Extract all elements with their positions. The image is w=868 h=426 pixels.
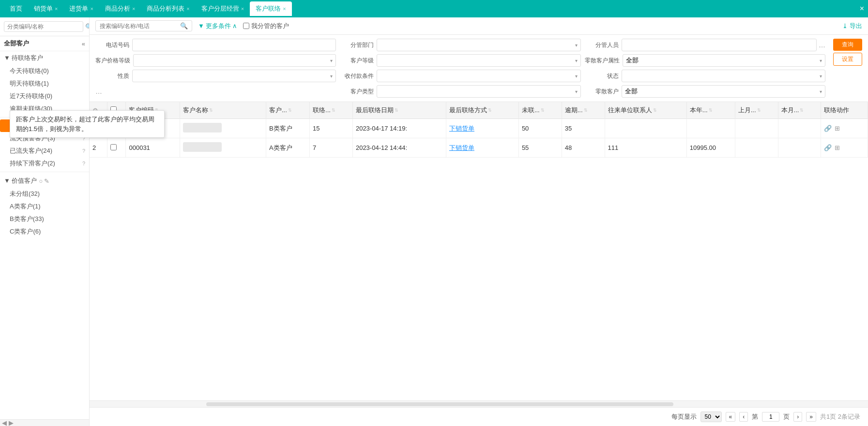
filter-bar: 🔍 ▼ 更多条件 ∧ 我分管的客户 ⤓ 导出 bbox=[90, 17, 868, 35]
sidebar-group-value-customers[interactable]: ▼ 价值客户 ○ ✎ bbox=[0, 174, 89, 188]
nav-customer-contact[interactable]: 客户联络 × bbox=[250, 1, 291, 16]
action-link-icon[interactable]: 🔗 bbox=[824, 125, 832, 132]
current-page-input[interactable] bbox=[762, 412, 779, 422]
nav-product-analysis[interactable]: 商品分析 × bbox=[99, 1, 141, 16]
filter-dept: 分管部门 ▾ bbox=[340, 39, 580, 51]
customer-search-input[interactable] bbox=[100, 23, 178, 29]
search-icon[interactable]: 🔍 bbox=[85, 23, 90, 30]
collapse-sidebar-icon[interactable]: « bbox=[82, 40, 85, 47]
sort-icon[interactable]: ⇅ bbox=[395, 108, 398, 113]
first-page-button[interactable]: « bbox=[726, 412, 736, 422]
chevron-down-icon: ▾ bbox=[820, 58, 822, 63]
last-page-button[interactable]: » bbox=[806, 412, 816, 422]
sidebar-item-continuous-down[interactable]: 持续下滑客户(2) ? bbox=[0, 157, 89, 170]
retail-customer-select[interactable]: 全部 ▾ bbox=[622, 85, 825, 98]
sort-icon[interactable]: ⇅ bbox=[332, 108, 335, 113]
row-last-month bbox=[735, 119, 778, 138]
action-grid-icon[interactable]: ⊞ bbox=[835, 125, 840, 132]
category-search-input[interactable] bbox=[4, 21, 83, 32]
manager-input[interactable] bbox=[622, 39, 817, 51]
horizontal-scrollbar[interactable] bbox=[90, 400, 868, 407]
sort-icon[interactable]: ⇅ bbox=[584, 108, 588, 113]
nav-purchase-order[interactable]: 进货单 × bbox=[63, 1, 99, 16]
chevron-down-icon: ▾ bbox=[330, 58, 333, 63]
sort-icon[interactable]: ⇅ bbox=[709, 108, 713, 113]
close-icon[interactable]: × bbox=[55, 6, 58, 12]
customer-level-select[interactable]: ▾ bbox=[377, 54, 580, 67]
next-page-button[interactable]: › bbox=[793, 412, 802, 422]
nav-home[interactable]: 首页 bbox=[4, 1, 28, 16]
row-uncontacted: 50 bbox=[518, 119, 562, 138]
sidebar-item-7day-contact[interactable]: 近7天待联络(0) bbox=[0, 90, 89, 103]
sort-icon[interactable]: ⇅ bbox=[209, 108, 213, 113]
query-button[interactable]: 查询 bbox=[833, 39, 862, 51]
nav-product-analysis-list[interactable]: 商品分析列表 × bbox=[141, 1, 195, 16]
nature-select[interactable]: ▾ bbox=[132, 70, 336, 82]
phone-input[interactable] bbox=[132, 39, 336, 51]
sidebar-item-ungroup[interactable]: 未分组(32) bbox=[0, 188, 89, 200]
sort-icon[interactable]: ⇅ bbox=[541, 108, 545, 113]
close-all-tabs-button[interactable]: × bbox=[860, 4, 864, 13]
sidebar-item-today-contact[interactable]: 今天待联络(0) bbox=[0, 65, 89, 77]
retail-attr-select[interactable]: 全部 ▾ bbox=[623, 54, 825, 67]
my-customers-checkbox[interactable] bbox=[243, 23, 249, 29]
circle-icon[interactable]: ○ bbox=[39, 177, 43, 185]
scroll-right-icon[interactable]: ▶ bbox=[9, 419, 14, 426]
sidebar-item-tomorrow-contact[interactable]: 明天待联络(1) bbox=[0, 77, 89, 90]
table-header-row: ⚙ 客户编码 ⇅ 客户名称 bbox=[90, 102, 868, 119]
sort-icon[interactable]: ⇅ bbox=[757, 108, 761, 113]
row-select-checkbox[interactable] bbox=[110, 144, 117, 150]
sidebar-item-b-class[interactable]: B类客户(33) bbox=[0, 213, 89, 225]
col-contacts: 往来单位联系人 ⇅ bbox=[605, 102, 686, 119]
scroll-left-icon[interactable]: ◀ bbox=[2, 419, 7, 426]
row-this-year: 10995.00 bbox=[686, 138, 735, 158]
payment-terms-select[interactable]: ▾ bbox=[377, 70, 580, 82]
close-icon[interactable]: × bbox=[283, 6, 286, 12]
my-customers-checkbox-label[interactable]: 我分管的客户 bbox=[243, 22, 289, 30]
sort-icon[interactable]: ⇅ bbox=[653, 108, 657, 113]
close-icon[interactable]: × bbox=[90, 6, 93, 12]
chevron-down-icon: ▾ bbox=[575, 43, 578, 48]
manager-dots[interactable]: … bbox=[819, 41, 825, 49]
dept-select[interactable]: ▾ bbox=[377, 39, 580, 51]
nav-customer-tier[interactable]: 客户分层经营 × bbox=[196, 1, 250, 16]
chevron-down-icon: ▾ bbox=[330, 73, 333, 79]
sort-icon[interactable]: ⇅ bbox=[488, 108, 492, 113]
contact-method-link[interactable]: 下销货单 bbox=[449, 144, 474, 151]
chevron-down-icon: ▾ bbox=[575, 89, 578, 94]
edit-icon[interactable]: ✎ bbox=[44, 177, 49, 185]
status-select[interactable]: ▾ bbox=[622, 70, 825, 82]
contact-method-link[interactable]: 下销货单 bbox=[449, 125, 474, 132]
customer-search-box: 🔍 bbox=[95, 20, 192, 31]
action-grid-icon[interactable]: ⊞ bbox=[835, 144, 840, 151]
phone-label: 电话号码 bbox=[95, 41, 129, 49]
row-action-icons: 🔗 ⊞ bbox=[824, 125, 865, 132]
settings-button[interactable]: 设置 bbox=[833, 53, 862, 66]
sidebar-bottom-scrollbar[interactable]: ◀ ▶ bbox=[0, 419, 89, 426]
per-page-select[interactable]: 50 bbox=[700, 411, 722, 422]
row-overdue: 48 bbox=[562, 138, 605, 158]
customer-type-select[interactable]: ▾ bbox=[377, 85, 580, 98]
customer-type-label: 客户类型 bbox=[340, 88, 374, 96]
more-conditions-button[interactable]: ▼ 更多条件 ∧ bbox=[198, 22, 237, 30]
sidebar-item-already-lost[interactable]: 已流失客户(24) ? bbox=[0, 145, 89, 157]
sidebar-group-pending-contact[interactable]: ▼ 待联络客户 bbox=[0, 51, 89, 65]
row-contacts bbox=[605, 119, 686, 138]
sidebar-item-a-class[interactable]: A类客户(1) bbox=[0, 200, 89, 213]
nav-sales-order[interactable]: 销货单 × bbox=[28, 1, 63, 16]
top-navigation: 首页 销货单 × 进货单 × 商品分析 × 商品分析列表 × 客户分层经营 × … bbox=[0, 0, 868, 17]
close-icon[interactable]: × bbox=[186, 6, 189, 12]
sort-icon[interactable]: ⇅ bbox=[800, 108, 804, 113]
sidebar-item-c-class[interactable]: C类客户(6) bbox=[0, 225, 89, 238]
sort-icon[interactable]: ⇅ bbox=[288, 108, 292, 113]
row-this-month bbox=[778, 138, 821, 158]
close-icon[interactable]: × bbox=[132, 6, 135, 12]
export-button[interactable]: ⤓ 导出 bbox=[842, 22, 862, 30]
prev-page-button[interactable]: ‹ bbox=[739, 412, 748, 422]
price-level-select[interactable]: ▾ bbox=[133, 54, 336, 67]
row4-dots[interactable]: … bbox=[95, 88, 102, 95]
action-link-icon[interactable]: 🔗 bbox=[824, 144, 832, 151]
page-label: 第 bbox=[752, 412, 758, 421]
close-icon[interactable]: × bbox=[241, 6, 244, 12]
sidebar-search-bar: 🔍 bbox=[0, 17, 89, 36]
